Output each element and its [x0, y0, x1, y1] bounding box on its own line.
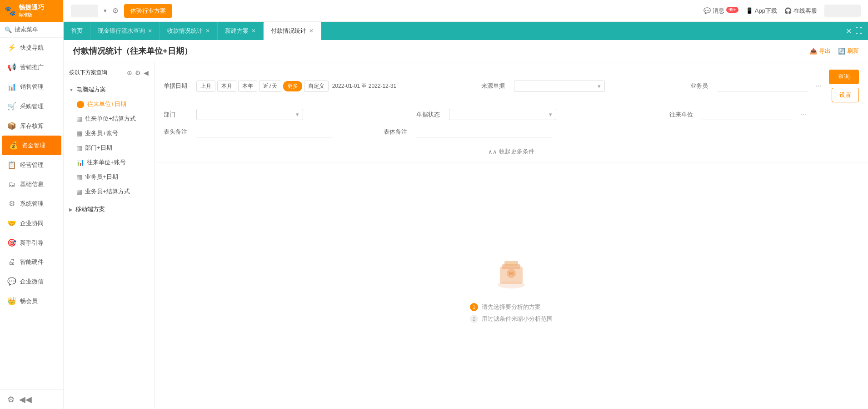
tab-payment-stats-close[interactable]: ✕ — [309, 28, 314, 34]
scheme-item-department-date[interactable]: ▦ 部门+日期 — [64, 141, 154, 155]
body-note-input[interactable] — [416, 126, 553, 137]
sidebar-item-member[interactable]: 👑 畅会员 — [0, 291, 63, 311]
sidebar-item-marketing[interactable]: 📢 营销推广 — [0, 57, 63, 77]
scheme-item-icon-1: ▦ — [76, 115, 82, 122]
scheme-item-salesman-settlement[interactable]: ▦ 业务员+结算方式 — [64, 184, 154, 199]
online-service-action[interactable]: 🎧 在线客服 — [784, 7, 817, 15]
scheme-item-label: 业务员+结算方式 — [85, 187, 130, 196]
add-scheme-btn[interactable]: ⊕ — [127, 69, 132, 76]
source-doc-arrow: ▾ — [598, 83, 601, 90]
header-note-input[interactable] — [196, 126, 333, 137]
collapse-btn[interactable]: ∧∧ 收起更多条件 — [164, 144, 859, 157]
date-btn-last-7days[interactable]: 近7天 — [259, 81, 281, 92]
sidebar-item-label: 智能硬件 — [20, 258, 44, 266]
sidebar-item-basic-info[interactable]: 🗂 基础信息 — [0, 175, 63, 194]
tab-payment-stats[interactable]: 付款情况统计 ✕ — [264, 22, 321, 40]
sidebar-collapse-btn[interactable]: ◀◀ — [19, 394, 32, 404]
scheme-item-counterparty-date[interactable]: ⬤ 往来单位+日期 — [64, 96, 154, 111]
sidebar-item-label: 畅会员 — [20, 297, 38, 305]
marketing-icon: 📢 — [7, 63, 16, 71]
scheme-item-icon-2: ▦ — [76, 130, 82, 137]
topbar-gear-icon[interactable]: ⚙ — [112, 6, 119, 15]
trial-btn[interactable]: 体验行业方案 — [124, 4, 172, 18]
mobile-group-header[interactable]: ▶ 移动端方案 — [64, 202, 154, 216]
scheme-item-salesman-account[interactable]: ▦ 业务员+账号 — [64, 126, 154, 141]
sidebar-item-wechat[interactable]: 💬 企业微信 — [0, 272, 63, 291]
tab-new-scheme[interactable]: 新建方案 ✕ — [218, 22, 264, 40]
tab-home[interactable]: 首页 — [64, 22, 90, 40]
tab-bank-flow-close[interactable]: ✕ — [148, 28, 152, 34]
sidebar-item-guide[interactable]: 🎯 新手引导 — [0, 233, 63, 252]
scheme-item-icon-5: ▦ — [76, 173, 82, 181]
salesman-input[interactable] — [718, 81, 808, 91]
salesman-label: 业务员 — [690, 82, 710, 90]
scheme-item-counterparty-account[interactable]: 📊 往来单位+账号 — [64, 155, 154, 170]
sidebar-item-inventory[interactable]: 📦 库存核算 — [0, 116, 63, 136]
settings-btn[interactable]: 设置 — [832, 88, 859, 102]
counterparty-input[interactable] — [702, 109, 793, 120]
tabbar-actions: ✕ ⛶ — [840, 27, 868, 35]
date-btn-group: 上月 本月 本年 近7天 更多 自定义 2022-01-01 至 2022-12… — [196, 81, 396, 92]
empty-state: 1 请先选择要分析的方案 2 用过滤条件来缩小分析范围 — [155, 162, 868, 409]
desktop-group-header[interactable]: ▼ 电脑端方案 — [64, 83, 154, 96]
sidebar-item-quick-nav[interactable]: ⚡ 快捷导航 — [0, 38, 63, 57]
sidebar-item-system[interactable]: ⚙ 系统管理 — [0, 194, 63, 213]
department-select[interactable]: ▾ — [196, 109, 303, 120]
refresh-btn[interactable]: 🔄 刷新 — [838, 47, 859, 55]
empty-tip-2: 2 用过滤条件来缩小分析范围 — [470, 315, 553, 323]
messages-action[interactable]: 💬 消息 99+ — [703, 7, 738, 15]
sidebar-item-hardware[interactable]: 🖨 智能硬件 — [0, 252, 63, 272]
scheme-item-counterparty-settlement[interactable]: ▦ 往来单位+结算方式 — [64, 111, 154, 126]
messages-label: 消息 — [713, 7, 724, 15]
sidebar-item-sales[interactable]: 📊 销售管理 — [0, 77, 63, 96]
collapse-label: 收起更多条件 — [499, 147, 534, 156]
date-btn-custom[interactable]: 自定义 — [304, 81, 329, 92]
date-range-display: 2022-01-01 至 2022-12-31 — [332, 82, 396, 90]
app-download-action[interactable]: 📱 App下载 — [746, 7, 777, 15]
left-panel: 按以下方案查询 ⊕ ⚙ ◀ ▼ 电脑端方案 ⬤ 往来单位+日期 — [64, 62, 155, 409]
sidebar-item-cooperation[interactable]: 🤝 企业协同 — [0, 213, 63, 233]
scheme-item-icon-4: 📊 — [76, 159, 84, 166]
sidebar-settings-btn[interactable]: ⚙ — [7, 394, 15, 404]
search-label: 搜索菜单 — [15, 25, 38, 34]
doc-status-select[interactable]: ▾ — [449, 109, 556, 120]
refresh-label: 刷新 — [847, 47, 859, 55]
tab-bank-flow[interactable]: 现金银行流水查询 ✕ — [90, 22, 160, 40]
date-btn-this-month[interactable]: 本月 — [217, 81, 236, 92]
tab-receipt-stats[interactable]: 收款情况统计 ✕ — [160, 22, 218, 40]
scheme-item-salesman-date[interactable]: ▦ 业务员+日期 — [64, 170, 154, 184]
sidebar-search[interactable]: 🔍 搜索菜单 — [0, 22, 63, 38]
sidebar-item-label: 企业协同 — [20, 219, 44, 227]
scheme-settings-btn[interactable]: ⚙ — [135, 69, 141, 76]
export-btn[interactable]: 📤 导出 — [810, 47, 831, 55]
tabbar: 首页 现金银行流水查询 ✕ 收款情况统计 ✕ 新建方案 ✕ 付款情况统计 ✕ ✕… — [64, 22, 868, 40]
date-btn-last-month[interactable]: 上月 — [196, 81, 215, 92]
user-avatar[interactable] — [824, 5, 861, 17]
tabbar-expand-icon[interactable]: ⛶ — [855, 27, 863, 35]
sidebar-item-label: 系统管理 — [20, 200, 44, 208]
salesman-dots[interactable]: ··· — [816, 82, 822, 90]
operation-icon: 📋 — [7, 161, 16, 169]
date-btn-more[interactable]: 更多 — [283, 81, 302, 91]
hardware-icon: 🖨 — [7, 258, 16, 266]
query-btn[interactable]: 查询 — [829, 70, 859, 84]
filter-row-2: 部门 ▾ 单据状态 ▾ 往来单位 — [164, 109, 859, 120]
tab-new-scheme-label: 新建方案 — [225, 27, 249, 35]
scheme-item-icon-6: ▦ — [76, 188, 82, 195]
tab-new-scheme-close[interactable]: ✕ — [251, 28, 256, 34]
date-btn-this-year[interactable]: 本年 — [238, 81, 257, 92]
sidebar-item-purchase[interactable]: 🛒 采购管理 — [0, 96, 63, 116]
topbar: ▾ ⚙ 体验行业方案 💬 消息 99+ 📱 App下载 🎧 在线客服 — [64, 0, 868, 22]
department-label: 部门 — [164, 111, 189, 119]
source-doc-label: 来源单据 — [481, 82, 507, 90]
tabbar-close-all-icon[interactable]: ✕ — [846, 27, 852, 35]
topbar-user-avatar — [71, 5, 98, 17]
sidebar-item-operation[interactable]: 📋 经营管理 — [0, 155, 63, 175]
source-doc-select[interactable]: ▾ — [514, 81, 605, 92]
date-label: 单据日期 — [164, 82, 189, 90]
tab-receipt-stats-close[interactable]: ✕ — [205, 28, 210, 34]
topbar-dropdown-arrow[interactable]: ▾ — [104, 7, 107, 14]
counterparty-dots[interactable]: ··· — [800, 111, 806, 119]
scheme-collapse-btn[interactable]: ◀ — [144, 69, 149, 76]
sidebar-item-finance[interactable]: 💰 资金管理 — [2, 136, 61, 155]
